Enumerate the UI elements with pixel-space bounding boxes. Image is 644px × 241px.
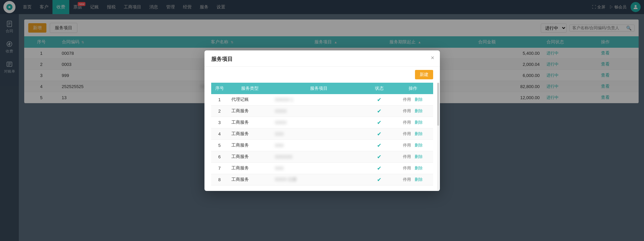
modal-table-row: 7 工商服务 XXX ✔ 停用 删除	[211, 162, 433, 174]
modal-cell-item: XXXX 注册	[272, 174, 366, 185]
modal-cell-action: 停用 删除	[393, 105, 433, 117]
modal-cell-item: XXX	[272, 128, 366, 139]
scroll-thumb[interactable]	[437, 83, 439, 126]
modal-cell-seq: 6	[211, 151, 228, 162]
modal-cell-seq: 4	[211, 128, 228, 139]
modal-th-seq: 序号	[211, 83, 228, 94]
modal-cell-seq: 8	[211, 174, 228, 185]
modal-service-table: 序号 服务类型 服务项目 状态 操作 1 代理记账 XXXXX 1 ✔ 停用 删…	[211, 83, 433, 186]
modal-cell-seq: 1	[211, 94, 228, 106]
main-content: 新增 服务项目 进行中 已完成 已终止 🔍	[19, 14, 644, 241]
modal-cell-item: XXX	[272, 139, 366, 151]
service-modal: 服务项目 × 新建 序号 服务类型 服务项目 状态	[204, 50, 440, 191]
modal-th-status: 状态	[366, 83, 393, 94]
modal-cell-item: XXXX	[272, 117, 366, 128]
status-check-icon: ✔	[377, 97, 381, 103]
modal-cell-action: 停用 删除	[393, 174, 433, 185]
status-check-icon: ✔	[377, 143, 381, 148]
delete-button[interactable]: 删除	[415, 108, 423, 114]
modal-table-row: 5 工商服务 XXX ✔ 停用 删除	[211, 139, 433, 151]
stop-button[interactable]: 停用	[403, 108, 411, 114]
modal-cell-type: 工商服务	[228, 174, 272, 185]
modal-toolbar: 新建	[204, 67, 440, 83]
modal-th-type: 服务类型	[228, 83, 272, 94]
modal-new-button[interactable]: 新建	[415, 70, 433, 79]
modal-cell-type: 工商服务	[228, 117, 272, 128]
status-check-icon: ✔	[377, 154, 381, 160]
modal-cell-seq: 2	[211, 105, 228, 117]
modal-body: 序号 服务类型 服务项目 状态 操作 1 代理记账 XXXXX 1 ✔ 停用 删…	[204, 83, 440, 191]
modal-cell-action: 停用 删除	[393, 117, 433, 128]
delete-button[interactable]: 删除	[415, 131, 423, 137]
modal-cell-status: ✔	[366, 128, 393, 139]
stop-button[interactable]: 停用	[403, 131, 411, 137]
delete-button[interactable]: 删除	[415, 154, 423, 160]
modal-close-button[interactable]: ×	[431, 54, 434, 62]
modal-cell-seq: 7	[211, 162, 228, 174]
modal-table-row: 4 工商服务 XXX ✔ 停用 删除	[211, 128, 433, 139]
modal-cell-action: 停用 删除	[393, 128, 433, 139]
modal-cell-type: 工商服务	[228, 139, 272, 151]
delete-button[interactable]: 删除	[415, 165, 423, 171]
modal-cell-seq: 5	[211, 139, 228, 151]
modal-cell-type: 工商服务	[228, 128, 272, 139]
stop-button[interactable]: 停用	[403, 177, 411, 183]
stop-button[interactable]: 停用	[403, 97, 411, 103]
status-check-icon: ✔	[377, 177, 381, 183]
modal-th-item: 服务项目	[272, 83, 366, 94]
delete-button[interactable]: 删除	[415, 177, 423, 183]
modal-cell-item: XXX	[272, 162, 366, 174]
stop-button[interactable]: 停用	[403, 154, 411, 160]
modal-cell-status: ✔	[366, 105, 393, 117]
status-check-icon: ✔	[377, 120, 381, 125]
modal-cell-action: 停用 删除	[393, 139, 433, 151]
modal-cell-action: 停用 删除	[393, 162, 433, 174]
modal-cell-type: 工商服务	[228, 151, 272, 162]
modal-overlay[interactable]: 服务项目 × 新建 序号 服务类型 服务项目 状态	[19, 14, 644, 241]
modal-th-action: 操作	[393, 83, 433, 94]
modal-cell-action: 停用 删除	[393, 151, 433, 162]
modal-cell-type: 代理记账	[228, 94, 272, 106]
modal-table-row: 2 工商服务 XXXX ✔ 停用 删除	[211, 105, 433, 117]
status-check-icon: ✔	[377, 131, 381, 137]
modal-cell-status: ✔	[366, 162, 393, 174]
modal-table-row: 8 工商服务 XXXX 注册 ✔ 停用 删除	[211, 174, 433, 185]
modal-cell-status: ✔	[366, 151, 393, 162]
modal-cell-status: ✔	[366, 174, 393, 185]
modal-cell-seq: 3	[211, 117, 228, 128]
modal-cell-item: XXXXX 1	[272, 94, 366, 106]
modal-cell-status: ✔	[366, 117, 393, 128]
status-check-icon: ✔	[377, 165, 381, 171]
modal-cell-item: XXXXXX	[272, 151, 366, 162]
modal-cell-type: 工商服务	[228, 105, 272, 117]
modal-table-row: 1 代理记账 XXXXX 1 ✔ 停用 删除	[211, 94, 433, 106]
delete-button[interactable]: 删除	[415, 120, 423, 125]
delete-button[interactable]: 删除	[415, 97, 423, 103]
main-layout: 合同 收费 对账单	[0, 14, 644, 241]
scroll-track	[437, 83, 439, 191]
modal-table-row: 3 工商服务 XXXX ✔ 停用 删除	[211, 117, 433, 128]
status-check-icon: ✔	[377, 108, 381, 114]
stop-button[interactable]: 停用	[403, 120, 411, 125]
modal-table-row: 6 工商服务 XXXXXX ✔ 停用 删除	[211, 151, 433, 162]
modal-cell-item: XXXX	[272, 105, 366, 117]
stop-button[interactable]: 停用	[403, 165, 411, 171]
modal-cell-type: 工商服务	[228, 162, 272, 174]
delete-button[interactable]: 删除	[415, 143, 423, 148]
modal-title: 服务项目	[204, 50, 440, 67]
modal-cell-status: ✔	[366, 94, 393, 106]
modal-cell-status: ✔	[366, 139, 393, 151]
stop-button[interactable]: 停用	[403, 143, 411, 148]
modal-cell-action: 停用 删除	[393, 94, 433, 106]
